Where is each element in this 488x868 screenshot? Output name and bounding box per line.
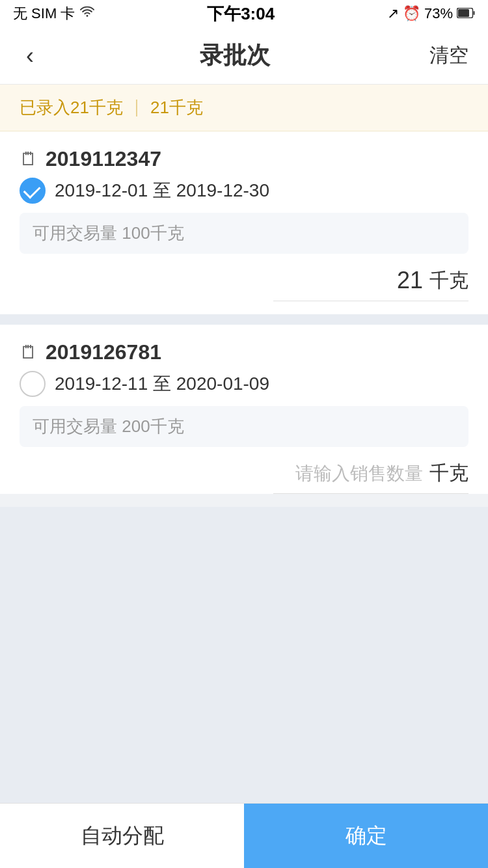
batch1-avail-box: 可用交易量 100千克 — [20, 213, 468, 254]
wifi-icon — [80, 5, 94, 23]
batch2-avail-text: 可用交易量 200千克 — [33, 416, 184, 436]
batch2-header: 🗒 2019126781 — [20, 340, 468, 364]
batch1-date-row: 2019-12-01 至 2019-12-30 — [20, 178, 468, 204]
svg-rect-2 — [474, 11, 475, 15]
batch2-date: 2019-12-11 至 2020-01-09 — [55, 372, 269, 396]
batch2-input-placeholder: 请输入销售数量 — [295, 461, 423, 486]
page-title: 录批次 — [200, 40, 270, 72]
back-button[interactable]: ‹ — [20, 36, 40, 76]
grey-area — [0, 507, 488, 806]
battery-icon — [457, 5, 475, 22]
clear-button[interactable]: 清空 — [429, 42, 468, 69]
svg-point-0 — [87, 15, 88, 17]
status-time: 下午3:04 — [207, 3, 275, 25]
batch2-input-divider — [273, 493, 468, 494]
batch1-quantity-divider — [273, 301, 468, 301]
batch1-doc-icon: 🗒 — [20, 148, 38, 170]
summary-bar: 已录入21千克 21千克 — [0, 85, 488, 131]
batch1-id: 2019112347 — [46, 147, 161, 171]
nav-bar: ‹ 录批次 清空 — [0, 27, 488, 85]
batch2-date-row: 2019-12-11 至 2020-01-09 — [20, 371, 468, 397]
batch2-avail-box: 可用交易量 200千克 — [20, 406, 468, 447]
alarm-icon: ⏰ — [403, 5, 420, 22]
summary-divider — [136, 100, 137, 116]
recorded-label: 已录入21千克 — [20, 96, 123, 119]
batch2-radio[interactable] — [20, 371, 46, 397]
status-bar: 无 SIM 卡 下午3:04 ↗ ⏰ 73% — [0, 0, 488, 27]
status-left: 无 SIM 卡 — [13, 4, 94, 23]
confirm-button[interactable]: 确定 — [244, 804, 488, 868]
batch2-id: 2019126781 — [46, 340, 161, 364]
batch1-header: 🗒 2019112347 — [20, 147, 468, 171]
batch1-avail-text: 可用交易量 100千克 — [33, 223, 184, 243]
battery-text: 73% — [424, 5, 453, 22]
main-content: 🗒 2019112347 2019-12-01 至 2019-12-30 可用交… — [0, 131, 488, 494]
batch-item-2: 🗒 2019126781 2019-12-11 至 2020-01-09 可用交… — [0, 325, 488, 447]
batch1-date: 2019-12-01 至 2019-12-30 — [55, 178, 269, 203]
batch2-input-row: 请输入销售数量 千克 — [0, 447, 488, 493]
status-right: ↗ ⏰ 73% — [387, 5, 475, 22]
auto-distribute-button[interactable]: 自动分配 — [0, 804, 244, 868]
total-label: 21千克 — [150, 96, 203, 119]
batch1-radio[interactable] — [20, 178, 46, 204]
batch-item-1: 🗒 2019112347 2019-12-01 至 2019-12-30 可用交… — [0, 131, 488, 254]
batch1-quantity-row: 21 千克 — [0, 254, 488, 301]
carrier-text: 无 SIM 卡 — [13, 4, 75, 23]
location-icon: ↗ — [387, 5, 399, 22]
batch2-doc-icon: 🗒 — [20, 342, 38, 363]
batch2-input-unit: 千克 — [429, 460, 468, 487]
bottom-bar: 自动分配 确定 — [0, 803, 488, 868]
section-separator — [0, 314, 488, 325]
batch1-quantity-value: 21 — [397, 267, 423, 294]
svg-rect-3 — [458, 9, 469, 17]
batch1-quantity-unit: 千克 — [429, 267, 468, 294]
